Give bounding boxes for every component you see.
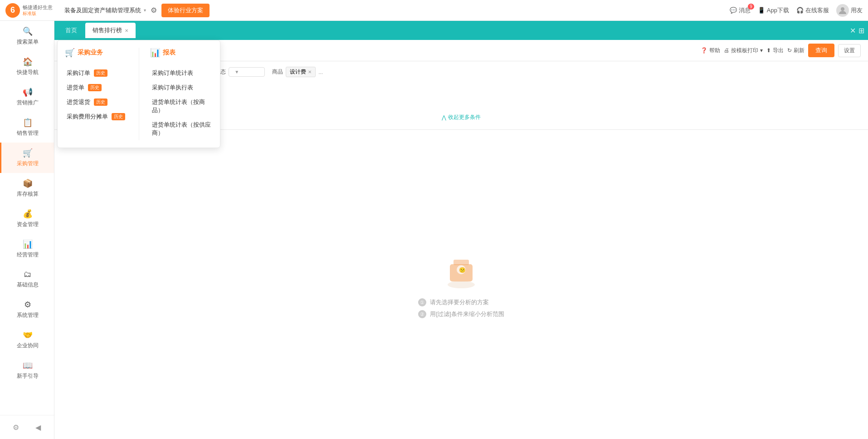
svg-text:😕: 😕 — [459, 266, 466, 273]
print-icon: 🖨 — [724, 47, 729, 54]
sidebar-item-marketing[interactable]: 📢 营销推广 — [0, 82, 54, 112]
empty-illustration: 😕 — [441, 251, 482, 293]
online-service-btn[interactable]: 🎧 在线客服 — [796, 6, 829, 15]
sidebar-item-quick-nav[interactable]: 🏠 快捷导航 — [0, 51, 54, 82]
menu-item-order-exec[interactable]: 采购订单执行表 — [150, 80, 213, 95]
basic-icon: 🗂 — [24, 270, 32, 279]
sidebar-item-sales[interactable]: 📋 销售管理 — [0, 112, 54, 143]
tab-close-icon[interactable]: ✕ — [850, 26, 856, 35]
menu-item-inbound[interactable]: 进货单 历史 — [65, 80, 128, 95]
tab-bar-controls: ✕ ⊞ — [850, 26, 864, 35]
operations-icon: 📊 — [23, 239, 33, 249]
settings-icon[interactable]: ⚙ — [151, 6, 157, 15]
empty-hints: ① 请先选择要分析的方案 ② 用[过滤]条件来缩小分析范围 — [418, 298, 504, 318]
purchase-menu-icon: 🛒 — [65, 48, 75, 58]
goods-more-btn[interactable]: ... — [318, 69, 323, 75]
tab-bar: 首页 销售排行榜 ✕ ✕ ⊞ — [54, 21, 868, 40]
sidebar-item-search-menu[interactable]: 🔍 搜索菜单 — [0, 21, 54, 51]
empty-hint-1: ① 请先选择要分析的方案 — [418, 298, 504, 306]
sidebar-settings-btn[interactable]: ⚙ — [9, 420, 23, 434]
sidebar-item-guide[interactable]: 📖 新手引导 — [0, 355, 54, 385]
help-btn[interactable]: ❓ 帮助 — [701, 47, 720, 54]
report-section-title: 📊 报表 — [150, 48, 213, 60]
logo: 6 畅捷通好生意 标准版 — [5, 3, 60, 18]
finance-icon: 💰 — [23, 209, 33, 219]
svg-point-1 — [448, 281, 475, 288]
guide-icon: 📖 — [23, 360, 33, 370]
sidebar-item-finance[interactable]: 💰 资金管理 — [0, 203, 54, 234]
tab-close-icon[interactable]: ✕ — [125, 28, 128, 33]
user-menu-btn[interactable]: 用友 — [836, 4, 863, 17]
headset-icon: 🎧 — [796, 7, 804, 14]
export-btn[interactable]: ⬆ 导出 — [766, 47, 784, 54]
toolbar-right: ❓ 帮助 🖨 按模板打印 ▾ ⬆ 导出 ↻ 刷新 查询 设置 — [701, 44, 861, 57]
print-btn[interactable]: 🖨 按模板打印 ▾ — [724, 47, 763, 54]
menu-item-purchase-order[interactable]: 采购订单 历史 — [65, 66, 128, 80]
query-btn[interactable]: 查询 — [808, 44, 834, 57]
purchase-icon: 🛒 — [23, 148, 33, 158]
svg-rect-3 — [454, 260, 469, 265]
industry-btn[interactable]: 体验行业方案 — [161, 4, 210, 17]
report-menu-icon: 📊 — [150, 48, 160, 58]
tab-resize-icon[interactable]: ⊞ — [858, 26, 864, 35]
goods-tag-remove[interactable]: ✕ — [308, 69, 312, 74]
filter-goods: 商品 设计费 ✕ ... — [272, 67, 323, 77]
refresh-btn[interactable]: ↻ 刷新 — [787, 47, 805, 54]
purchase-dropdown-menu: 🛒 采购业务 采购订单 历史 进货单 历史 进货退货 历史 采购费用分摊单 历史… — [57, 40, 220, 148]
history-badge-2: 历史 — [94, 99, 107, 106]
inventory-icon: 📦 — [23, 178, 33, 188]
system-icon: ⚙ — [24, 300, 31, 310]
svg-point-0 — [841, 7, 844, 11]
empty-state: 😕 ① 请先选择要分析的方案 ② 用[过滤]条件来缩小分析范围 — [54, 130, 868, 439]
logo-icon: 6 — [5, 3, 20, 18]
purchase-section: 🛒 采购业务 采购订单 历史 进货单 历史 进货退货 历史 采购费用分摊单 历史 — [65, 48, 128, 140]
message-btn[interactable]: 💬 消息 9 — [730, 6, 751, 15]
sidebar-item-system[interactable]: ⚙ 系统管理 — [0, 294, 54, 325]
cooperation-icon: 🤝 — [23, 330, 33, 340]
menu-divider — [139, 48, 139, 140]
tab-home[interactable]: 首页 — [58, 23, 84, 38]
dropdown-arrow-icon[interactable]: ▾ — [144, 8, 146, 13]
menu-item-inbound-goods[interactable]: 进货单统计表（按商品） — [150, 95, 213, 118]
topbar-right: 💬 消息 9 📱 App下载 🎧 在线客服 用友 — [730, 4, 863, 17]
message-badge: 9 — [748, 4, 754, 10]
menu-item-expense[interactable]: 采购费用分摊单 历史 — [65, 109, 128, 124]
sidebar-item-inventory[interactable]: 📦 库存核算 — [0, 173, 54, 203]
message-icon: 💬 — [730, 7, 737, 14]
chevron-up-icon: ⋀ — [442, 114, 446, 121]
logo-text: 畅捷通好生意 标准版 — [23, 4, 53, 16]
system-title: 装备及固定资产辅助管理系统 ▾ — [64, 6, 146, 15]
sidebar-collapse-btn[interactable]: ◀ — [31, 420, 45, 434]
export-icon: ⬆ — [766, 47, 771, 54]
sales-icon: 📋 — [23, 118, 33, 128]
refresh-icon: ↻ — [787, 47, 792, 54]
menu-item-return[interactable]: 进货退货 历史 — [65, 95, 128, 109]
home-icon: 🏠 — [23, 57, 33, 67]
sidebar-item-purchase[interactable]: 🛒 采购管理 — [0, 143, 54, 173]
search-menu-icon: 🔍 — [23, 26, 33, 36]
goods-tag: 设计费 ✕ — [286, 67, 316, 77]
sidebar-bottom: ⚙ ◀ — [0, 415, 54, 439]
menu-item-order-stats[interactable]: 采购订单统计表 — [150, 66, 213, 80]
topbar: 6 畅捷通好生意 标准版 装备及固定资产辅助管理系统 ▾ ⚙ 体验行业方案 💬 … — [0, 0, 868, 21]
sidebar-item-operations[interactable]: 📊 经营管理 — [0, 234, 54, 264]
purchase-section-title: 🛒 采购业务 — [65, 48, 128, 60]
history-badge-0: 历史 — [94, 69, 107, 77]
help-icon: ❓ — [701, 47, 707, 54]
tab-sales-rank[interactable]: 销售排行榜 ✕ — [85, 23, 136, 38]
empty-hint-2: ② 用[过滤]条件来缩小分析范围 — [418, 310, 504, 318]
history-badge-1: 历史 — [88, 84, 102, 91]
settings-btn[interactable]: 设置 — [838, 44, 861, 57]
status-dropdown-icon: ▼ — [234, 69, 239, 74]
phone-icon: 📱 — [758, 7, 765, 14]
avatar — [836, 4, 849, 17]
status-select[interactable]: ▼ — [229, 67, 265, 77]
menu-item-inbound-supplier[interactable]: 进货单统计表（按供应商） — [150, 118, 213, 140]
report-section: 📊 报表 采购订单统计表 采购订单执行表 进货单统计表（按商品） 进货单统计表（… — [150, 48, 213, 140]
sidebar-item-cooperation[interactable]: 🤝 企业协同 — [0, 325, 54, 355]
sidebar-item-basic[interactable]: 🗂 基础信息 — [0, 264, 54, 294]
print-dropdown-icon[interactable]: ▾ — [760, 47, 763, 54]
app-download-btn[interactable]: 📱 App下载 — [758, 6, 789, 15]
sidebar: 🔍 搜索菜单 🏠 快捷导航 📢 营销推广 📋 销售管理 🛒 采购管理 📦 库存核… — [0, 21, 54, 439]
marketing-icon: 📢 — [23, 87, 33, 97]
